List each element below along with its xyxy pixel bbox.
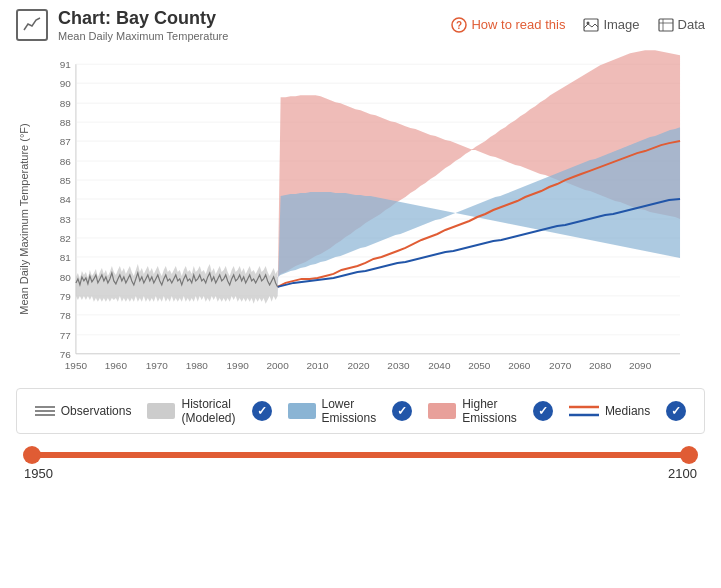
header-left: Chart: Bay County Mean Daily Maximum Tem… [16, 8, 228, 42]
chart-title: Chart: Bay County [58, 8, 228, 30]
svg-text:91: 91 [60, 59, 72, 70]
svg-text:78: 78 [60, 309, 72, 320]
legend-observations: Observations [35, 404, 132, 418]
lower-swatch [288, 403, 316, 419]
how-to-read-label: How to read this [471, 17, 565, 32]
data-icon [658, 17, 674, 33]
svg-text:86: 86 [60, 156, 72, 167]
observations-icon [35, 406, 55, 416]
svg-text:84: 84 [60, 194, 72, 205]
higher-check[interactable]: ✓ [533, 401, 553, 421]
historical-check[interactable]: ✓ [252, 401, 272, 421]
data-button[interactable]: Data [658, 17, 705, 33]
question-icon: ? [451, 17, 467, 33]
svg-text:2080: 2080 [589, 359, 612, 370]
svg-text:90: 90 [60, 78, 72, 89]
lower-label: LowerEmissions [322, 397, 377, 425]
observations-label: Observations [61, 404, 132, 418]
chart-container: Mean Daily Maximum Temperature (°F) 91 9… [16, 44, 705, 384]
data-label: Data [678, 17, 705, 32]
svg-text:2030: 2030 [387, 359, 410, 370]
svg-text:2020: 2020 [347, 359, 370, 370]
x-axis: 1950 1960 1970 1980 1990 2000 2010 2020 … [65, 359, 652, 370]
svg-text:80: 80 [60, 271, 72, 282]
how-to-read-button[interactable]: ? How to read this [451, 17, 565, 33]
page-header: Chart: Bay County Mean Daily Maximum Tem… [0, 0, 721, 44]
image-icon [583, 17, 599, 33]
legend-higher: HigherEmissions [428, 397, 517, 425]
svg-text:76: 76 [60, 348, 72, 359]
svg-text:2010: 2010 [306, 359, 329, 370]
historical-swatch [147, 403, 175, 419]
svg-text:?: ? [456, 20, 462, 31]
range-start-label: 1950 [24, 466, 53, 481]
svg-text:2050: 2050 [468, 359, 491, 370]
medians-label: Medians [605, 404, 650, 418]
chart-subtitle: Mean Daily Maximum Temperature [58, 30, 228, 42]
svg-text:88: 88 [60, 117, 72, 128]
range-labels: 1950 2100 [16, 464, 705, 481]
chart-icon [16, 9, 48, 41]
svg-text:2060: 2060 [508, 359, 531, 370]
svg-text:1970: 1970 [146, 359, 169, 370]
svg-text:87: 87 [60, 136, 72, 147]
historical-label: Historical(Modeled) [181, 397, 235, 425]
svg-text:83: 83 [60, 214, 72, 225]
legend-medians: Medians [569, 403, 650, 419]
svg-text:1960: 1960 [105, 359, 128, 370]
svg-text:2070: 2070 [549, 359, 572, 370]
svg-text:1980: 1980 [186, 359, 209, 370]
range-area: 1950 2100 [0, 438, 721, 485]
range-thumb-left[interactable] [23, 446, 41, 464]
legend: Observations Historical(Modeled) ✓ Lower… [16, 388, 705, 434]
legend-lower: LowerEmissions [288, 397, 377, 425]
svg-text:79: 79 [60, 290, 72, 301]
svg-text:1990: 1990 [227, 359, 250, 370]
svg-text:1950: 1950 [65, 359, 88, 370]
svg-text:77: 77 [60, 329, 72, 340]
legend-historical: Historical(Modeled) [147, 397, 235, 425]
svg-text:2040: 2040 [428, 359, 451, 370]
header-titles: Chart: Bay County Mean Daily Maximum Tem… [58, 8, 228, 42]
svg-text:Mean Daily Maximum Temperature: Mean Daily Maximum Temperature (°F) [18, 123, 30, 314]
header-right: ? How to read this Image Data [451, 17, 705, 33]
svg-text:81: 81 [60, 252, 72, 263]
svg-rect-5 [659, 19, 673, 31]
range-end-label: 2100 [668, 466, 697, 481]
medians-check[interactable]: ✓ [666, 401, 686, 421]
chart-svg: Mean Daily Maximum Temperature (°F) 91 9… [16, 44, 705, 384]
medians-icon [569, 403, 599, 419]
svg-text:2000: 2000 [267, 359, 290, 370]
image-label: Image [603, 17, 639, 32]
higher-label: HigherEmissions [462, 397, 517, 425]
svg-text:89: 89 [60, 98, 72, 109]
svg-text:2090: 2090 [629, 359, 652, 370]
historical-band [76, 264, 278, 304]
higher-swatch [428, 403, 456, 419]
svg-text:85: 85 [60, 175, 72, 186]
svg-text:82: 82 [60, 233, 72, 244]
lower-check[interactable]: ✓ [392, 401, 412, 421]
range-track [32, 452, 689, 458]
range-thumb-right[interactable] [680, 446, 698, 464]
image-button[interactable]: Image [583, 17, 639, 33]
